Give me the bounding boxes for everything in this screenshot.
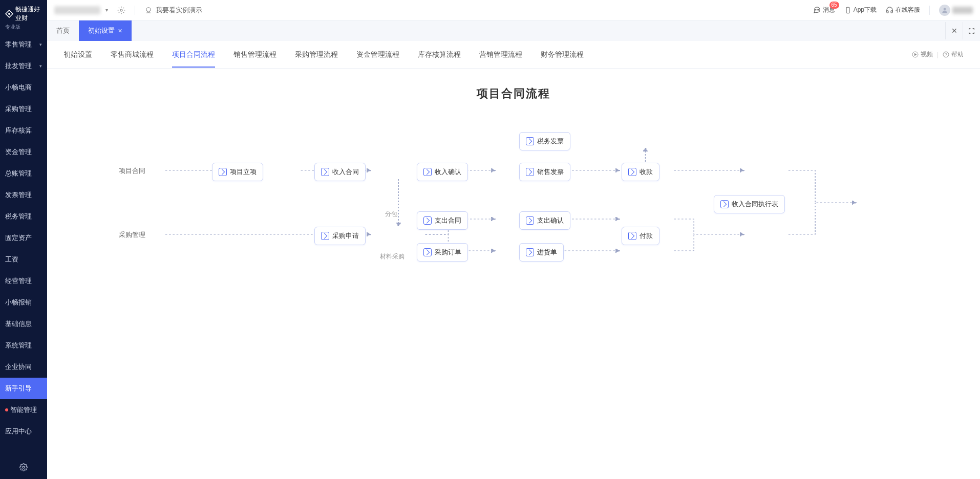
node-label: 收入合同执行表 — [732, 200, 778, 209]
svg-point-8 — [944, 8, 946, 10]
node-label: 采购订单 — [435, 248, 461, 257]
close-all-tabs-button[interactable]: ✕ — [945, 22, 963, 39]
node-collect[interactable]: 收款 — [622, 163, 659, 181]
company-selector[interactable]: ▾ — [54, 6, 108, 14]
sidebar-item-label: 库存核算 — [5, 126, 42, 135]
settings-icon[interactable] — [117, 6, 125, 14]
sidebar-item-14[interactable]: 系统管理 — [0, 335, 47, 356]
tab-1[interactable]: 初始设置✕ — [79, 20, 132, 41]
node-label: 采购申请 — [332, 231, 359, 241]
row-label-purchase: 采购管理 — [119, 230, 145, 239]
sidebar-item-label: 总账管理 — [5, 169, 42, 178]
demo-link[interactable]: 我要看实例演示 — [144, 6, 202, 15]
node-sales-invoice[interactable]: 销售发票 — [519, 163, 570, 181]
sidebar-item-12[interactable]: 小畅报销 — [0, 292, 47, 313]
sidebar-item-5[interactable]: 资金管理 — [0, 141, 47, 163]
doc-icon — [423, 216, 432, 225]
sidebar-item-7[interactable]: 发票管理 — [0, 184, 47, 206]
support-link[interactable]: 在线客服 — [886, 6, 920, 14]
chevron-down-icon: ▾ — [39, 63, 42, 69]
subtab-7[interactable]: 营销管理流程 — [479, 41, 522, 68]
sidebar-item-6[interactable]: 总账管理 — [0, 163, 47, 184]
flow-title: 项目合同流程 — [47, 69, 980, 101]
sidebar-item-11[interactable]: 经营管理 — [0, 270, 47, 292]
fullscreen-button[interactable] — [963, 22, 980, 39]
divider — [135, 6, 135, 15]
subtabs: 初始设置零售商城流程项目合同流程销售管理流程采购管理流程资金管理流程库存核算流程… — [47, 41, 980, 69]
node-label: 收入合同 — [332, 167, 359, 177]
sidebar-nav: 零售管理▾批发管理▾小畅电商采购管理库存核算资金管理总账管理发票管理税务管理固定… — [0, 34, 47, 457]
node-expense-confirm[interactable]: 支出确认 — [519, 211, 570, 230]
sidebar-item-2[interactable]: 小畅电商 — [0, 77, 47, 98]
subtab-3[interactable]: 销售管理流程 — [233, 41, 276, 68]
close-icon[interactable]: ✕ — [118, 28, 122, 34]
sidebar-item-label: 零售管理 — [5, 40, 39, 49]
doc-icon — [219, 168, 227, 176]
user-name-redacted — [952, 7, 973, 14]
sidebar-item-16[interactable]: 新手引导 — [0, 378, 47, 399]
sidebar-item-17[interactable]: 智能管理 — [0, 399, 47, 421]
doc-icon — [526, 248, 534, 256]
node-purchase-order[interactable]: 采购订单 — [417, 243, 468, 262]
doc-icon — [628, 232, 636, 240]
sidebar-item-label: 资金管理 — [5, 147, 42, 157]
sidebar-item-18[interactable]: 应用中心 — [0, 421, 47, 442]
edge-label-subcontract: 分包 — [385, 210, 397, 219]
node-purchase-request[interactable]: 采购申请 — [314, 227, 366, 245]
sidebar-item-3[interactable]: 采购管理 — [0, 98, 47, 120]
subtab-0[interactable]: 初始设置 — [63, 41, 92, 68]
demo-link-text: 我要看实例演示 — [156, 6, 202, 15]
node-project-init[interactable]: 项目立项 — [212, 163, 263, 181]
node-pay[interactable]: 付款 — [622, 227, 659, 245]
divider — [929, 6, 930, 15]
video-link[interactable]: 视频 — [912, 50, 933, 59]
svg-point-5 — [818, 10, 819, 10]
app-download-link[interactable]: App下载 — [844, 6, 877, 14]
chevron-down-icon: ▾ — [105, 7, 108, 13]
brand-edition: 专业版 — [5, 24, 44, 31]
svg-point-3 — [815, 10, 816, 10]
brand-logo: 畅捷通好业财 专业版 — [0, 0, 47, 34]
chevron-down-icon: ▾ — [39, 42, 42, 47]
dot-indicator — [5, 408, 8, 411]
subtab-4[interactable]: 采购管理流程 — [295, 41, 338, 68]
help-link[interactable]: 帮助 — [943, 50, 964, 59]
tab-0[interactable]: 首页 — [47, 20, 79, 41]
subtab-2[interactable]: 项目合同流程 — [172, 41, 215, 68]
doc-icon — [720, 200, 729, 208]
svg-rect-6 — [846, 7, 849, 13]
subtab-5[interactable]: 资金管理流程 — [356, 41, 399, 68]
node-label: 进货单 — [537, 248, 557, 257]
doc-icon — [321, 168, 329, 176]
sidebar-item-label: 发票管理 — [5, 190, 42, 200]
node-goods-receipt[interactable]: 进货单 — [519, 243, 564, 262]
sidebar-item-9[interactable]: 固定资产 — [0, 227, 47, 249]
content-area: 项目合同流程 项目合同 采购管 — [47, 69, 980, 479]
subtab-1[interactable]: 零售商城流程 — [111, 41, 154, 68]
node-income-contract[interactable]: 收入合同 — [314, 163, 366, 181]
sidebar-item-4[interactable]: 库存核算 — [0, 120, 47, 141]
subtab-8[interactable]: 财务管理流程 — [541, 41, 584, 68]
tab-label: 初始设置 — [88, 26, 115, 35]
subtab-6[interactable]: 库存核算流程 — [418, 41, 461, 68]
node-expense-contract[interactable]: 支出合同 — [417, 211, 468, 230]
node-exec-report[interactable]: 收入合同执行表 — [714, 195, 785, 213]
node-label: 税务发票 — [537, 137, 564, 146]
messages-link[interactable]: 消息 65 — [813, 6, 835, 14]
avatar-icon — [939, 5, 950, 16]
sidebar-item-label: 批发管理 — [5, 61, 39, 71]
node-label: 收入确认 — [435, 167, 461, 177]
sidebar-item-0[interactable]: 零售管理▾ — [0, 34, 47, 55]
user-menu[interactable] — [939, 5, 973, 16]
sidebar-item-15[interactable]: 企业协同 — [0, 356, 47, 378]
sidebar-item-1[interactable]: 批发管理▾ — [0, 55, 47, 77]
settings-gear-icon[interactable] — [19, 465, 28, 473]
sidebar-item-8[interactable]: 税务管理 — [0, 206, 47, 227]
sidebar-item-10[interactable]: 工资 — [0, 249, 47, 270]
sidebar-item-13[interactable]: 基础信息 — [0, 313, 47, 335]
help-label: 帮助 — [951, 50, 964, 59]
node-income-confirm[interactable]: 收入确认 — [417, 163, 468, 181]
svg-point-2 — [120, 9, 122, 11]
node-tax-invoice[interactable]: 税务发票 — [519, 132, 570, 150]
messages-badge: 65 — [829, 2, 839, 9]
